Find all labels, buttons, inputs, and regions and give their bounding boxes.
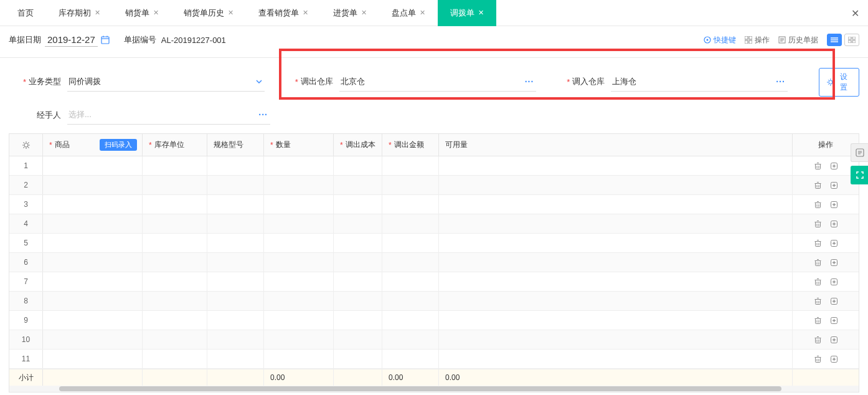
shortcut-button[interactable]: 快捷键 xyxy=(704,35,736,45)
delete-row-icon[interactable] xyxy=(813,335,823,345)
row-index: 6 xyxy=(9,253,43,272)
table-row[interactable]: 2 xyxy=(9,176,859,195)
delete-row-icon[interactable] xyxy=(813,238,823,248)
side-notes-button[interactable] xyxy=(851,143,868,162)
table-row[interactable]: 10 xyxy=(9,330,859,350)
svg-rect-23 xyxy=(815,164,820,169)
calendar-icon[interactable] xyxy=(100,35,110,45)
side-expand-button[interactable] xyxy=(851,166,868,184)
delete-row-icon[interactable] xyxy=(813,315,823,325)
add-row-icon[interactable] xyxy=(829,335,839,345)
tab-sales-order[interactable]: 销货单✕ xyxy=(113,0,171,26)
table-row[interactable]: 6 xyxy=(9,253,859,272)
row-index: 9 xyxy=(9,311,43,330)
svg-rect-0 xyxy=(101,37,109,44)
biz-type-field: *业务类型 同价调拨 xyxy=(9,67,265,97)
add-row-icon[interactable] xyxy=(829,238,839,248)
settings-button[interactable]: 设置 xyxy=(819,68,859,97)
in-warehouse-select[interactable]: 上海仓 ··· xyxy=(611,72,787,92)
add-row-icon[interactable] xyxy=(829,161,839,171)
add-row-icon[interactable] xyxy=(829,296,839,306)
tab-purchase[interactable]: 进货单✕ xyxy=(321,0,379,26)
svg-rect-63 xyxy=(815,260,820,265)
delete-row-icon[interactable] xyxy=(813,296,823,306)
add-row-icon[interactable] xyxy=(829,277,839,287)
table-row[interactable]: 1 xyxy=(9,156,859,176)
add-row-icon[interactable] xyxy=(829,199,839,209)
close-icon[interactable]: ✕ xyxy=(228,9,234,17)
add-row-icon[interactable] xyxy=(829,180,839,190)
delete-row-icon[interactable] xyxy=(813,180,823,190)
table-row[interactable]: 11 xyxy=(9,350,859,369)
handler-select[interactable]: 选择... ··· xyxy=(67,105,270,125)
delete-row-icon[interactable] xyxy=(813,199,823,209)
scan-entry-button[interactable]: 扫码录入 xyxy=(100,139,137,151)
tab-stocktake[interactable]: 盘点单✕ xyxy=(379,0,438,26)
horizontal-scrollbar[interactable] xyxy=(9,386,859,392)
tab-bar: 首页 库存期初✕ 销货单✕ 销货单历史✕ 查看销货单✕ 进货单✕ 盘点单✕ 调拨… xyxy=(0,0,868,26)
delete-row-icon[interactable] xyxy=(813,354,823,364)
footer-label: 小计 xyxy=(9,369,43,386)
svg-rect-20 xyxy=(852,40,856,43)
date-value[interactable]: 2019-12-27 xyxy=(45,33,98,47)
delete-row-icon[interactable] xyxy=(813,257,823,267)
table-row[interactable]: 4 xyxy=(9,214,859,234)
table-row[interactable]: 9 xyxy=(9,311,859,330)
add-row-icon[interactable] xyxy=(829,219,839,229)
tab-sales-history[interactable]: 销货单历史✕ xyxy=(171,0,246,26)
delete-row-icon[interactable] xyxy=(813,219,823,229)
table-row[interactable]: 7 xyxy=(9,272,859,292)
add-row-icon[interactable] xyxy=(829,354,839,364)
row-index: 7 xyxy=(9,272,43,291)
svg-rect-17 xyxy=(848,37,851,39)
more-icon[interactable]: ··· xyxy=(524,77,535,87)
close-all-icon[interactable]: ✕ xyxy=(849,4,862,21)
add-row-icon[interactable] xyxy=(829,257,839,267)
svg-rect-18 xyxy=(852,37,856,39)
out-warehouse-select[interactable]: 北京仓 ··· xyxy=(339,72,537,92)
col-ops: 操作 xyxy=(793,134,859,156)
more-icon[interactable]: ··· xyxy=(775,77,786,87)
delete-row-icon[interactable] xyxy=(813,277,823,287)
svg-rect-55 xyxy=(815,241,820,246)
col-cost: *调出成本 xyxy=(334,134,382,156)
more-icon[interactable]: ··· xyxy=(257,110,269,120)
delete-row-icon[interactable] xyxy=(813,161,823,171)
col-product: *商品扫码录入 xyxy=(43,134,143,156)
toolbar: 单据日期 2019-12-27 单据编号 AL-20191227-001 快捷键… xyxy=(0,26,868,54)
col-unit: *库存单位 xyxy=(143,134,207,156)
row-index: 8 xyxy=(9,292,43,310)
close-icon[interactable]: ✕ xyxy=(303,9,308,17)
list-view-button[interactable] xyxy=(827,34,842,46)
tab-home[interactable]: 首页 xyxy=(5,0,46,26)
tab-view-sales[interactable]: 查看销货单✕ xyxy=(246,0,321,26)
svg-rect-8 xyxy=(745,40,748,44)
in-warehouse-field: *调入仓库 上海仓 ··· xyxy=(552,67,787,97)
handler-field: 经手人 选择... ··· xyxy=(9,105,270,125)
tab-inventory-init[interactable]: 库存期初✕ xyxy=(46,0,113,26)
add-row-icon[interactable] xyxy=(829,315,839,325)
col-available: 可用量 xyxy=(439,134,793,156)
close-icon[interactable]: ✕ xyxy=(420,9,425,17)
svg-rect-6 xyxy=(745,36,748,39)
tab-transfer[interactable]: 调拨单✕ xyxy=(438,0,496,26)
close-icon[interactable]: ✕ xyxy=(95,9,100,17)
row-index: 10 xyxy=(9,330,43,349)
close-icon[interactable]: ✕ xyxy=(153,9,159,17)
gear-icon[interactable] xyxy=(9,134,43,156)
table-row[interactable]: 5 xyxy=(9,234,859,253)
col-spec: 规格型号 xyxy=(207,134,264,156)
out-warehouse-field: *调出仓库 北京仓 ··· xyxy=(281,67,537,97)
grid-view-button[interactable] xyxy=(844,34,859,46)
table-row[interactable]: 3 xyxy=(9,195,859,214)
biz-type-select[interactable]: 同价调拨 xyxy=(67,72,265,92)
operate-button[interactable]: 操作 xyxy=(745,35,770,45)
col-amount: *调出金额 xyxy=(382,134,439,156)
items-table: *商品扫码录入 *库存单位 规格型号 *数量 *调出成本 *调出金额 可用量 操… xyxy=(9,133,859,393)
svg-rect-71 xyxy=(815,280,820,285)
history-button[interactable]: 历史单据 xyxy=(778,35,818,45)
close-icon[interactable]: ✕ xyxy=(361,9,367,17)
svg-rect-47 xyxy=(815,222,820,227)
table-row[interactable]: 8 xyxy=(9,292,859,311)
close-icon[interactable]: ✕ xyxy=(478,9,484,17)
